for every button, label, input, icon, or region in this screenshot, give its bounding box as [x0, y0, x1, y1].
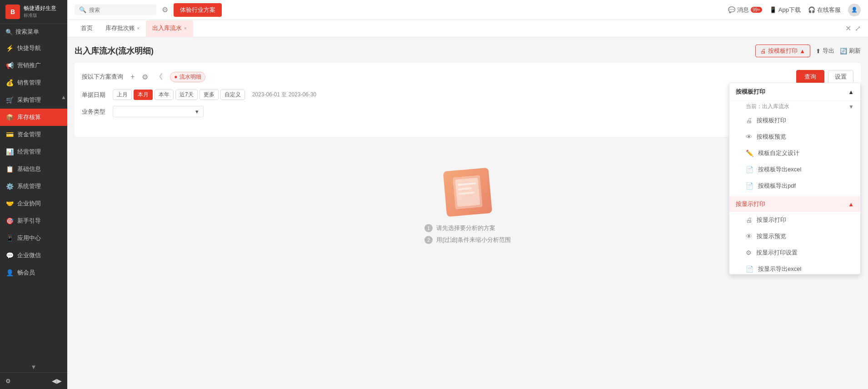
sidebar-item-operations[interactable]: 📊 经营管理 — [0, 143, 67, 160]
basic-info-icon: 📋 — [5, 165, 14, 173]
header-search-input[interactable] — [89, 7, 144, 13]
tab-in-out-flow[interactable]: 出入库流水 × — [146, 20, 193, 37]
biz-type-chevron-icon: ▾ — [195, 108, 199, 115]
inventory-icon: 📦 — [5, 113, 14, 121]
maximize-button[interactable]: ⤢ — [855, 24, 861, 33]
export-button[interactable]: ⬆ 导出 — [816, 47, 834, 55]
dropdown-item-template-print[interactable]: 🖨 按模板打印 — [729, 112, 860, 129]
dropdown-item-template-preview[interactable]: 👁 按模板预览 — [729, 129, 860, 145]
template-print-label: 按模板打印 — [768, 47, 798, 55]
filter-scheme-label: 按以下方案查询 — [82, 73, 123, 81]
date-btn-last-month[interactable]: 上月 — [113, 90, 132, 100]
filter-tag-shuimingxi[interactable]: ● 流水明细 — [170, 72, 205, 82]
close-all-tabs-button[interactable]: ✕ — [845, 24, 851, 33]
sidebar-item-sales[interactable]: 💰 销售管理 — [0, 74, 67, 91]
app-download-action[interactable]: 📱 App下载 — [769, 6, 801, 14]
dropdown-item-template-export-pdf[interactable]: 📄 按模板导出pdf — [729, 178, 860, 194]
display-preview-item-icon: 👁 — [746, 233, 752, 240]
tab-batch-account-close[interactable]: × — [137, 25, 140, 31]
date-btn-custom[interactable]: 自定义 — [220, 90, 245, 100]
tab-batch-account-label: 库存批次账 — [105, 24, 135, 32]
date-btn-more[interactable]: 更多 — [200, 90, 219, 100]
sidebar-item-label: 系统管理 — [17, 182, 41, 190]
tab-home[interactable]: 首页 — [75, 20, 99, 37]
sidebar-search[interactable]: 🔍 搜索菜单 — [0, 24, 67, 40]
sidebar-item-label: 新手引导 — [17, 217, 41, 225]
sidebar-item-guide[interactable]: 🎯 新手引导 — [0, 212, 67, 229]
display-section-arrow-icon: ▲ — [848, 201, 854, 208]
sidebar-item-label: 应用中心 — [17, 234, 41, 242]
dropdown-section-display[interactable]: 按显示打印 ▲ — [729, 196, 860, 212]
refresh-button[interactable]: 🔄 刷新 — [840, 47, 861, 55]
collab-icon: 🤝 — [5, 199, 14, 208]
tab-batch-account[interactable]: 库存批次账 × — [99, 20, 146, 37]
filter-settings-icon[interactable]: ⚙ — [142, 73, 148, 81]
online-service-action[interactable]: 🎧 在线客服 — [808, 6, 841, 14]
display-export-excel-icon: 📄 — [746, 265, 753, 273]
dropdown-divider-1 — [729, 195, 860, 195]
header-search-box[interactable]: 🔍 — [75, 5, 156, 15]
sidebar-item-purchase[interactable]: 🛒 采购管理 — [0, 91, 67, 109]
sidebar-item-system[interactable]: ⚙️ 系统管理 — [0, 178, 67, 195]
biz-type-label: 业务类型 — [82, 108, 105, 116]
template-export-pdf-icon: 📄 — [746, 182, 753, 190]
sidebar-item-inventory[interactable]: 📦 库存核算 — [0, 109, 67, 126]
export-icon: ⬆ — [816, 48, 821, 55]
query-button[interactable]: 查询 — [796, 70, 824, 84]
sidebar-item-basic-info[interactable]: 📋 基础信息 — [0, 160, 67, 178]
display-print-settings-icon: ⚙ — [746, 249, 752, 256]
dropdown-item-display-preview[interactable]: 👁 按显示预览 — [729, 228, 860, 244]
user-avatar[interactable]: 👤 — [848, 4, 861, 16]
sidebar-item-app-center[interactable]: 📱 应用中心 — [0, 229, 67, 247]
sidebar-item-member[interactable]: 👤 畅会员 — [0, 264, 67, 281]
template-print-button[interactable]: 🖨 按模板打印 ▲ — [755, 45, 810, 57]
member-icon: 👤 — [5, 269, 14, 277]
filter-collapse-icon[interactable]: 《 — [155, 72, 163, 82]
sidebar-item-wechat[interactable]: 💬 企业微信 — [0, 247, 67, 264]
dropdown-title: 按模板打印 — [736, 88, 765, 96]
sidebar-item-label: 企业微信 — [17, 251, 41, 259]
guide-icon: 🎯 — [5, 217, 14, 225]
current-label-text: 当前：出入库流水 — [746, 103, 789, 110]
refresh-label: 刷新 — [849, 47, 861, 55]
empty-step-1-text: 请先选择要分析的方案 — [436, 224, 495, 232]
column-settings-button[interactable]: 设置 — [828, 70, 853, 84]
step-number-2: 2 — [424, 236, 433, 244]
message-label: 消息 — [737, 6, 749, 14]
step-number-1: 1 — [424, 224, 433, 232]
template-customize-item-icon: ✏️ — [746, 150, 753, 157]
template-customize-item-label: 模板自定义设计 — [758, 149, 799, 157]
dropdown-header-arrow-icon[interactable]: ▲ — [848, 89, 854, 95]
empty-steps-container: 1 请先选择要分析的方案 2 用[过滤]条件来缩小分析范围 — [424, 224, 510, 248]
sidebar-scroll-down[interactable]: ▼ — [0, 362, 67, 372]
sidebar-item-marketing[interactable]: 📢 营销推广 — [0, 57, 67, 74]
biz-type-select[interactable]: ▾ — [113, 106, 204, 117]
dropdown-item-display-export-excel[interactable]: 📄 按显示导出excel — [729, 261, 860, 274]
tab-in-out-flow-close[interactable]: × — [184, 25, 186, 31]
dropdown-item-display-print[interactable]: 🖨 按显示打印 — [729, 212, 860, 228]
trial-industry-button[interactable]: 体验行业方案 — [174, 3, 222, 17]
dropdown-item-template-export-excel[interactable]: 📄 按模板导出excel — [729, 161, 860, 178]
tab-bar: 首页 库存批次账 × 出入库流水 × ✕ ⤢ — [67, 20, 868, 37]
marketing-icon: 📢 — [5, 61, 14, 70]
date-btn-this-month[interactable]: 本月 — [134, 90, 153, 100]
filter-add-button[interactable]: + — [130, 73, 135, 81]
display-print-item-icon: 🖨 — [746, 216, 752, 224]
dropdown-item-display-print-settings[interactable]: ⚙ 按显示打印设置 — [729, 244, 860, 261]
sidebar-item-collab[interactable]: 🤝 企业协同 — [0, 195, 67, 212]
sidebar-logo: B 畅捷通好生意 标准版 — [0, 0, 67, 24]
export-label: 导出 — [823, 47, 834, 55]
message-action[interactable]: 💬 消息 99+ — [728, 6, 762, 14]
dropdown-item-template-customize[interactable]: ✏️ 模板自定义设计 — [729, 145, 860, 161]
date-btn-last-7-days[interactable]: 近7天 — [175, 90, 198, 100]
printer-icon: 🖨 — [760, 48, 766, 55]
sidebar-item-quick-nav[interactable]: ⚡ 快捷导航 — [0, 40, 67, 57]
header-gear-icon[interactable]: ⚙ — [162, 5, 168, 14]
date-btn-this-year[interactable]: 本年 — [155, 90, 174, 100]
sidebar-settings-icon[interactable]: ⚙ — [5, 378, 11, 384]
page-actions: 🖨 按模板打印 ▲ ⬆ 导出 🔄 刷新 — [755, 45, 861, 57]
sidebar-toggle-icon[interactable]: ◀▶ — [52, 377, 62, 384]
sidebar-item-finance[interactable]: 💳 资金管理 — [0, 126, 67, 143]
sidebar-scroll-up[interactable]: ▲ — [60, 94, 67, 100]
empty-illustration — [443, 168, 492, 217]
